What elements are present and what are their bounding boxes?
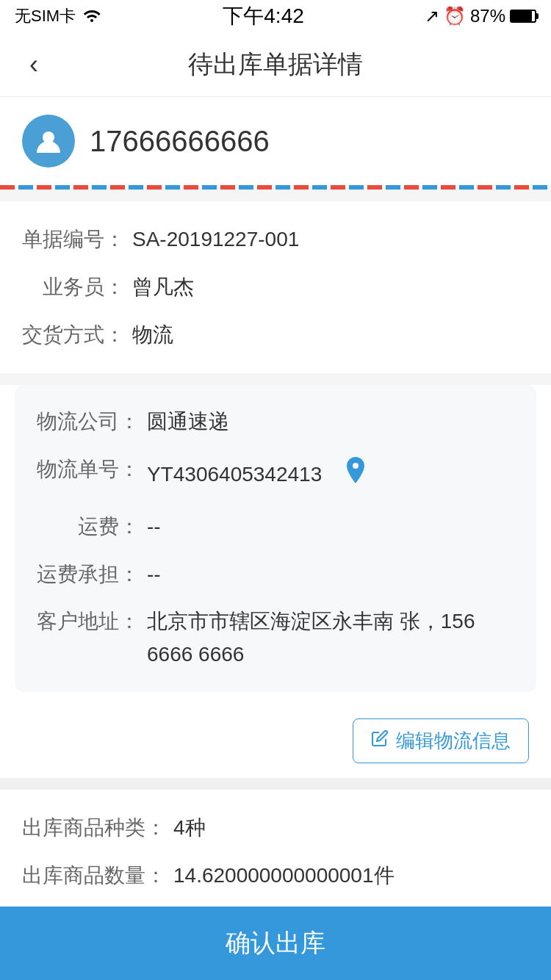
goods-section: 出库商品种类： 4种 出库商品数量： 14.620000000000001件 [0, 790, 551, 915]
order-info-section: 单据编号： SA-20191227-001 业务员： 曾凡杰 交货方式： 物流 [0, 201, 551, 373]
sales-person-value: 曾凡杰 [132, 271, 529, 304]
freight-bearer-value: -- [147, 558, 514, 591]
address-value: 北京市市辖区海淀区永丰南 张，156 6666 6666 [147, 605, 514, 671]
status-time: 下午4:42 [223, 2, 304, 30]
logistics-company-value: 圆通速递 [147, 406, 514, 439]
tracking-number-label: 物流单号： [37, 453, 147, 486]
goods-quantity-value: 14.620000000000001件 [173, 860, 529, 893]
freight-bearer-label: 运费承担： [37, 558, 147, 591]
delivery-method-value: 物流 [132, 319, 529, 352]
logistics-company-label: 物流公司： [37, 406, 147, 439]
direction-icon: ↗ [425, 6, 439, 26]
edit-icon [371, 729, 389, 752]
goods-type-row: 出库商品种类： 4种 [22, 812, 529, 845]
status-right: ↗ ⏰ 87% [425, 6, 536, 26]
edit-logistics-area: 编辑物流信息 [0, 704, 551, 778]
sales-person-row: 业务员： 曾凡杰 [22, 271, 529, 304]
edit-logistics-label: 编辑物流信息 [396, 728, 511, 754]
goods-type-label: 出库商品种类： [22, 812, 173, 845]
address-row: 客户地址： 北京市市辖区海淀区永丰南 张，156 6666 6666 [37, 605, 514, 671]
goods-quantity-row: 出库商品数量： 14.620000000000001件 [22, 860, 529, 893]
tracking-number-value: YT43064053424​13 [147, 453, 514, 496]
avatar [22, 115, 75, 167]
delivery-method-row: 交货方式： 物流 [22, 319, 529, 352]
logistics-section: 物流公司： 圆通速递 物流单号： YT43064053424​13 运费： -- [15, 385, 536, 692]
freight-label: 运费： [37, 511, 147, 544]
tracking-number-row: 物流单号： YT43064053424​13 [37, 453, 514, 496]
battery-icon [510, 10, 536, 23]
order-number-label: 单据编号： [22, 223, 132, 256]
confirm-button-label: 确认出库 [226, 926, 325, 960]
section-divider [0, 778, 551, 790]
location-icon[interactable] [344, 453, 367, 496]
content-area: 17666666666 单据编号： SA-20191227-001 业务员： 曾… [0, 97, 551, 980]
logistics-company-row: 物流公司： 圆通速递 [37, 406, 514, 439]
back-button[interactable]: ‹ [22, 42, 46, 87]
alarm-icon: ⏰ [444, 6, 466, 26]
sim-text: 无SIM卡 [15, 5, 76, 27]
freight-bearer-row: 运费承担： -- [37, 558, 514, 591]
confirm-bar[interactable]: 确认出库 [0, 907, 551, 980]
status-bar: 无SIM卡 下午4:42 ↗ ⏰ 87% [0, 0, 551, 32]
page-title: 待出库单据详情 [188, 48, 363, 82]
edit-logistics-button[interactable]: 编辑物流信息 [353, 718, 529, 763]
goods-type-value: 4种 [173, 812, 529, 845]
logistics-wrapper: 物流公司： 圆通速递 物流单号： YT43064053424​13 运费： -- [0, 385, 551, 778]
nav-bar: ‹ 待出库单据详情 [0, 32, 551, 97]
dashed-separator [0, 185, 551, 190]
battery-text: 87% [470, 6, 505, 26]
goods-quantity-label: 出库商品数量： [22, 860, 173, 893]
order-number-row: 单据编号： SA-20191227-001 [22, 223, 529, 256]
status-left: 无SIM卡 [15, 5, 102, 27]
wifi-icon [82, 6, 102, 26]
freight-value: -- [147, 511, 514, 544]
order-number-value: SA-20191227-001 [132, 223, 529, 256]
customer-phone: 17666666666 [90, 125, 270, 158]
freight-row: 运费： -- [37, 511, 514, 544]
customer-header: 17666666666 [0, 97, 551, 185]
delivery-method-label: 交货方式： [22, 319, 132, 352]
sales-person-label: 业务员： [22, 271, 132, 304]
address-label: 客户地址： [37, 605, 147, 638]
